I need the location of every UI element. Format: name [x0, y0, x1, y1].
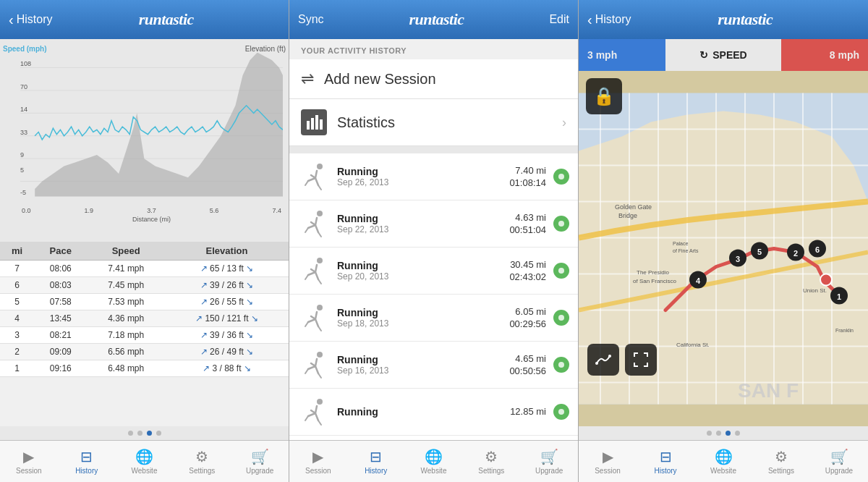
activity-duration: 00:51:04: [509, 224, 546, 235]
tab-history-3[interactable]: ⊟ History: [637, 441, 694, 482]
col-pace: Pace: [34, 242, 87, 261]
history-icon-2: ⊟: [370, 448, 382, 465]
cell-mi: 1: [0, 360, 34, 377]
pagination-dots-3: [579, 426, 868, 440]
edit-button[interactable]: Edit: [549, 13, 569, 26]
activity-stats: 30.45 mi 02:43:02: [509, 259, 546, 282]
pagination-dots-1: [0, 426, 289, 440]
speed-y-label: Speed (mph): [3, 45, 47, 53]
list-item[interactable]: Running 12.85 mi: [289, 389, 578, 436]
svg-text:Golden Gate: Golden Gate: [615, 203, 652, 211]
cell-mi: 2: [0, 344, 34, 360]
activity-duration: 00:50:56: [509, 365, 546, 376]
dot-3-active: [147, 431, 152, 436]
activity-type: Running: [337, 406, 503, 418]
activity-distance: 30.45 mi: [510, 259, 546, 270]
tab-upgrade-3[interactable]: 🛒 Upgrade: [810, 441, 868, 482]
tab-history-2[interactable]: ⊟ History: [347, 441, 405, 482]
tab-settings-3[interactable]: ⚙ Settings: [752, 441, 810, 482]
svg-text:5: 5: [757, 248, 762, 256]
back-button-3[interactable]: ‹ History: [587, 12, 631, 28]
play-icon-2: ▶: [312, 448, 323, 465]
cell-mi: 5: [0, 294, 34, 310]
tab-website-2[interactable]: 🌐 Website: [405, 441, 463, 482]
play-icon: ▶: [23, 448, 34, 465]
play-icon-3: ▶: [603, 448, 613, 465]
table-row[interactable]: 1 09:16 6.48 mph ↗ 3 / 88 ft ↘: [0, 360, 289, 377]
gps-indicator: [553, 216, 569, 232]
back-button-1[interactable]: ‹ History: [9, 12, 52, 28]
globe-icon-3: 🌐: [715, 448, 733, 465]
panel-map: ‹ History runtastic 3 mph ↻ SPEED 8 mph: [579, 0, 868, 482]
list-item[interactable]: Running Sep 20, 2013 30.45 mi 02:43:02: [289, 248, 578, 295]
history-icon-1: ⊟: [80, 448, 93, 465]
cart-icon-2: 🛒: [540, 448, 558, 465]
cell-elevation: ↗ 26 / 49 ft ↘: [165, 344, 289, 360]
elev-up-icon: ↗: [203, 363, 210, 373]
tab-website-3[interactable]: 🌐 Website: [694, 441, 752, 482]
svg-text:2: 2: [793, 249, 798, 258]
tab-upgrade-label-3: Upgrade: [825, 467, 853, 475]
back-label-3: History: [595, 13, 631, 26]
cart-icon-3: 🛒: [830, 448, 848, 465]
activity-duration: 00:29:56: [509, 318, 546, 329]
svg-point-26: [558, 362, 564, 368]
cell-elevation: ↗ 39 / 36 ft ↘: [165, 327, 289, 344]
fullscreen-button[interactable]: [625, 344, 657, 376]
map-area: SAN F Golden Gate Bridge The Presidio of…: [579, 71, 868, 426]
col-elevation: Elevation: [165, 242, 289, 261]
tab-settings-1[interactable]: ⚙ Settings: [173, 441, 231, 482]
svg-point-19: [317, 211, 323, 216]
table-row[interactable]: 4 13:45 4.36 mph ↗ 150 / 121 ft ↘: [0, 310, 289, 327]
tab-upgrade-1[interactable]: 🛒 Upgrade: [231, 441, 289, 482]
cell-pace: 08:06: [34, 261, 87, 277]
list-item[interactable]: Running Sep 26, 2013 7.40 mi 01:08:14: [289, 153, 578, 200]
activity-section-header: YOUR ACTIVITY HISTORY: [289, 39, 578, 59]
statistics-row[interactable]: Statistics ›: [289, 99, 578, 146]
run-icon: [298, 302, 330, 334]
chart-area: Speed (mph) Elevation (ft) 108 70 14 33 …: [0, 39, 289, 242]
activity-duration: 01:08:14: [509, 177, 546, 188]
speed-min: 3 mph: [587, 49, 617, 61]
table-row[interactable]: 7 08:06 7.41 mph ↗ 65 / 13 ft ↘: [0, 261, 289, 277]
table-row[interactable]: 2 09:09 6.56 mph ↗ 26 / 49 ft ↘: [0, 344, 289, 360]
tab-website-1[interactable]: 🌐 Website: [116, 441, 174, 482]
tab-session-3[interactable]: ▶ Session: [579, 441, 637, 482]
speed-label: SPEED: [712, 49, 746, 61]
sync-button[interactable]: Sync: [298, 13, 324, 26]
tab-history-1[interactable]: ⊟ History: [58, 441, 116, 482]
tab-session-1[interactable]: ▶ Session: [0, 441, 58, 482]
lock-button[interactable]: 🔒: [586, 78, 622, 114]
cart-icon-1: 🛒: [251, 448, 269, 465]
table-row[interactable]: 3 08:21 7.18 mph ↗ 39 / 36 ft ↘: [0, 327, 289, 344]
cell-pace: 09:09: [34, 344, 87, 360]
activity-stats: 7.40 mi 01:08:14: [509, 165, 546, 188]
route-icon-button[interactable]: [587, 344, 619, 376]
map-dot-2: [716, 431, 721, 436]
elev-up-icon: ↗: [195, 313, 203, 324]
tab-history-label-3: History: [654, 467, 676, 475]
gps-indicator: [553, 310, 569, 326]
nav-header-1: ‹ History runtastic: [0, 0, 289, 39]
tab-session-2[interactable]: ▶ Session: [289, 441, 347, 482]
table-row[interactable]: 6 08:03 7.45 mph ↗ 39 / 26 ft ↘: [0, 277, 289, 294]
table-row[interactable]: 5 07:58 7.53 mph ↗ 26 / 55 ft ↘: [0, 294, 289, 310]
list-item[interactable]: Running Sep 16, 2013 4.65 mi 00:50:56: [289, 342, 578, 389]
svg-text:108: 108: [20, 60, 31, 67]
tab-upgrade-2[interactable]: 🛒 Upgrade: [520, 441, 578, 482]
list-item[interactable]: Running Sep 22, 2013 4.63 mi 00:51:04: [289, 200, 578, 248]
elev-up-icon: ↗: [200, 330, 208, 340]
add-session-row[interactable]: ⇌ Add new Session: [289, 59, 578, 99]
globe-icon-2: 🌐: [425, 448, 443, 465]
tab-settings-2[interactable]: ⚙ Settings: [462, 441, 520, 482]
svg-text:5: 5: [20, 166, 24, 174]
tab-history-label-2: History: [365, 467, 387, 475]
run-icon: [298, 396, 330, 428]
svg-text:14: 14: [20, 106, 27, 113]
svg-point-17: [317, 164, 323, 169]
svg-text:6: 6: [815, 245, 820, 254]
chevron-left-icon-3: ‹: [587, 12, 592, 28]
stats-table: mi Pace Speed Elevation 7 08:06 7.41 mph…: [0, 242, 289, 426]
logo-3: runtastic: [718, 10, 773, 29]
list-item[interactable]: Running Sep 18, 2013 6.05 mi 00:29:56: [289, 295, 578, 342]
